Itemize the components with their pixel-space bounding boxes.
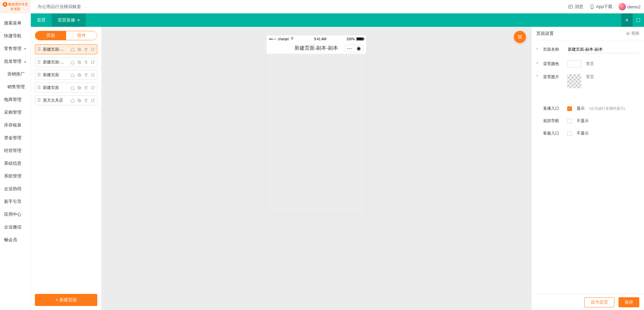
account-name: 办公用品行业模拟账套 [38, 4, 81, 10]
topbar: b 畅捷通好生意 标准版 办公用品行业模拟账套 ⌄ 消息 App下载 demo2 [0, 0, 644, 13]
message-icon [568, 4, 573, 9]
messages-button[interactable]: 消息 [568, 4, 583, 10]
topbar-right: 消息 App下载 demo2 [568, 0, 641, 13]
username: demo2 [627, 4, 641, 9]
brand-name: 畅捷通好生意 [8, 2, 28, 7]
phone-icon [589, 4, 595, 9]
avatar [619, 3, 626, 10]
chevron-down-icon: ⌄ [85, 5, 87, 8]
user-menu[interactable]: demo2 [619, 3, 641, 10]
brand-b-icon: b [3, 2, 7, 7]
app-download-label: App下载 [596, 4, 612, 10]
app-download-button[interactable]: App下载 [589, 4, 612, 10]
svg-rect-0 [569, 5, 573, 8]
brand-logo: b 畅捷通好生意 标准版 [0, 0, 31, 13]
brand-sub: 标准版 [10, 7, 20, 11]
account-selector[interactable]: 办公用品行业模拟账套 ⌄ [38, 4, 87, 10]
messages-label: 消息 [575, 4, 583, 10]
